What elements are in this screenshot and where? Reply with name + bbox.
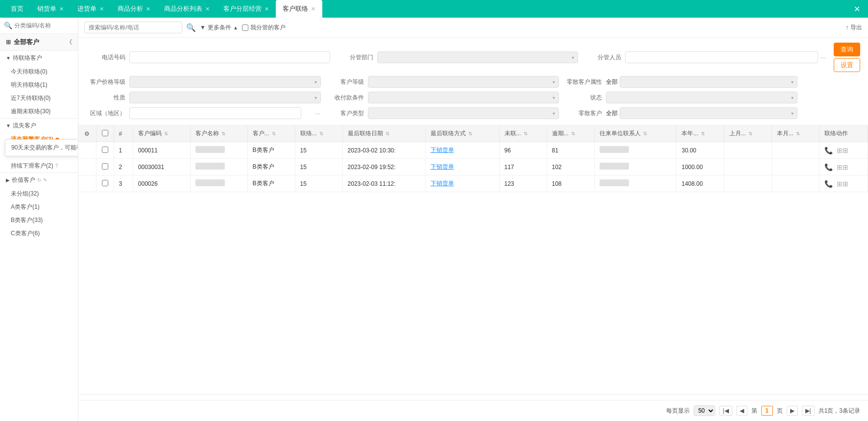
region-label: 区域（地区）	[86, 109, 125, 118]
customer-level-label: 客户等级	[325, 78, 364, 86]
more-conditions-button[interactable]: ▼ 更多条件 ▲	[200, 24, 238, 32]
col-last-contact-date[interactable]: 最后联络日期 ⇅	[342, 125, 425, 142]
col-overdue[interactable]: 逾期... ⇅	[547, 125, 594, 142]
dept-label: 分管部门	[334, 53, 373, 62]
customer-type-select[interactable]	[368, 107, 559, 119]
col-name[interactable]: 客户名称 ⇅	[190, 125, 247, 142]
phone-action-icon[interactable]: 📞	[824, 180, 833, 188]
price-level-select[interactable]	[129, 76, 321, 88]
prev-page-button[interactable]: ◀	[736, 406, 747, 416]
tab-sales[interactable]: 销货单 ✕	[30, 0, 71, 18]
col-last-contact-method[interactable]: 最后联络方式 ⇅	[425, 125, 499, 142]
cell-last-month	[724, 159, 772, 175]
col-settings[interactable]: ⚙	[78, 125, 96, 142]
sidebar-group-header-pending[interactable]: ▼ 待联络客户	[0, 51, 78, 65]
horizontal-scrollbar[interactable]	[78, 394, 868, 400]
close-icon[interactable]: ✕	[59, 6, 64, 12]
sidebar-item-today[interactable]: 今天待联络(0)	[0, 65, 78, 78]
settings-button[interactable]: 设置	[834, 58, 860, 72]
window-close-button[interactable]: ✕	[850, 4, 864, 14]
col-not-contacted[interactable]: 未联... ⇅	[499, 125, 547, 142]
sidebar-group-value: ▶ 价值客户 ↻ ✎ 未分组(32) A类客户(1) B类客户(33) C类客户…	[0, 173, 78, 240]
close-icon[interactable]: ✕	[99, 6, 104, 12]
region-more-btn[interactable]: ···	[315, 109, 321, 117]
row-checkbox[interactable]	[102, 180, 108, 186]
grid-action-icon[interactable]: ⊞⊞	[837, 147, 848, 154]
grid-action-icon[interactable]: ⊞⊞	[837, 163, 848, 171]
cell-last-contact-method[interactable]: 下销货单	[425, 159, 499, 175]
query-button[interactable]: 查询	[834, 43, 860, 56]
cell-check[interactable]	[96, 175, 114, 192]
phone-action-icon[interactable]: 📞	[824, 147, 833, 154]
cell-last-contact-method[interactable]: 下销货单	[425, 175, 499, 192]
collapse-icon[interactable]: 《	[66, 38, 72, 47]
col-type[interactable]: 客户... ⇅	[247, 125, 295, 142]
close-icon[interactable]: ✕	[311, 6, 315, 12]
manager-more-btn[interactable]: ···	[820, 53, 826, 61]
sidebar-all-customers[interactable]: ⊞ 全部客户 《	[0, 34, 78, 51]
next-page-button[interactable]: ▶	[787, 406, 798, 416]
sidebar-item-class-c[interactable]: C类客户(6)	[0, 227, 78, 240]
sort-icon: ⇅	[164, 131, 168, 136]
close-icon[interactable]: ✕	[146, 6, 150, 12]
manager-input[interactable]	[625, 51, 818, 63]
tab-analysis[interactable]: 商品分析 ✕	[111, 0, 157, 18]
zero-customer-select[interactable]	[620, 107, 797, 119]
tab-purchase[interactable]: 进货单 ✕	[71, 0, 111, 18]
dept-select[interactable]	[377, 51, 578, 63]
payment-select[interactable]	[368, 92, 559, 103]
cell-check[interactable]	[96, 142, 114, 159]
row-checkbox[interactable]	[102, 163, 108, 170]
cell-last-month	[724, 142, 772, 159]
my-customers-checkbox[interactable]	[242, 25, 248, 31]
nature-select[interactable]	[129, 92, 321, 103]
tab-analysis-list[interactable]: 商品分析列表 ✕	[157, 0, 217, 18]
sidebar-item-week[interactable]: 近7天待联络(0)	[0, 92, 78, 105]
sidebar-item-class-a[interactable]: A类客户(1)	[0, 200, 78, 214]
phone-action-icon[interactable]: 📞	[824, 163, 833, 171]
status-select[interactable]	[606, 92, 797, 103]
grid-action-icon[interactable]: ⊞⊞	[837, 180, 848, 188]
export-button[interactable]: ↑ 导出	[845, 24, 862, 32]
cell-check[interactable]	[96, 159, 114, 175]
tab-home[interactable]: 首页	[4, 0, 30, 18]
customer-level-select[interactable]	[368, 76, 559, 88]
arrow-down-icon: ▼	[6, 55, 11, 61]
sidebar-item-overdue[interactable]: 逾期未联络(30)	[0, 105, 78, 118]
col-this-year[interactable]: 本年... ⇅	[676, 125, 724, 142]
sidebar-item-unclassified[interactable]: 未分组(32)	[0, 187, 78, 200]
sidebar-item-tomorrow[interactable]: 明天待联络(1)	[0, 78, 78, 92]
sidebar-item-class-b[interactable]: B类客户(33)	[0, 214, 78, 227]
col-check[interactable]	[96, 125, 114, 142]
refresh-icon[interactable]: ↻	[37, 177, 41, 183]
sidebar-group-header-churn[interactable]: ▼ 流失客户	[0, 119, 78, 133]
select-all-checkbox[interactable]	[102, 130, 108, 136]
my-customers-checkbox-label[interactable]: 我分管的客户	[242, 24, 286, 32]
close-icon[interactable]: ✕	[205, 6, 210, 12]
row-checkbox[interactable]	[102, 147, 108, 153]
phone-input[interactable]	[129, 51, 330, 63]
search-input[interactable]	[84, 22, 182, 33]
search-button[interactable]: 🔍	[186, 23, 196, 32]
col-unit-contact[interactable]: 往来单位联系人 ⇅	[594, 125, 676, 142]
col-contact[interactable]: 联络... ⇅	[295, 125, 342, 142]
col-last-month[interactable]: 上月... ⇅	[724, 125, 772, 142]
sidebar-group-header-value[interactable]: ▶ 价值客户 ↻ ✎	[0, 173, 78, 187]
close-icon[interactable]: ✕	[265, 6, 269, 12]
col-code[interactable]: 客户编码 ⇅	[133, 125, 190, 142]
first-page-button[interactable]: |◀	[719, 406, 732, 416]
last-page-button[interactable]: ▶|	[802, 406, 815, 416]
per-page-label: 每页显示	[666, 407, 690, 415]
zero-attr-select[interactable]	[620, 76, 797, 88]
per-page-select[interactable]: 50	[694, 405, 715, 416]
edit-icon[interactable]: ✎	[43, 177, 47, 183]
col-this-month[interactable]: 本月... ⇅	[772, 125, 819, 142]
tab-customer-contact[interactable]: 客户联络 ✕	[276, 0, 322, 18]
cell-last-contact-method[interactable]: 下销货单	[425, 142, 499, 159]
sidebar-item-hold-decline[interactable]: 持续下滑客户(2) ?	[0, 159, 78, 173]
sidebar-search-input[interactable]	[14, 22, 74, 29]
cell-index: 2	[114, 159, 133, 175]
tab-customer-tier[interactable]: 客户分层经营 ✕	[217, 0, 276, 18]
cell-this-month	[772, 159, 819, 175]
region-input[interactable]	[129, 107, 301, 119]
